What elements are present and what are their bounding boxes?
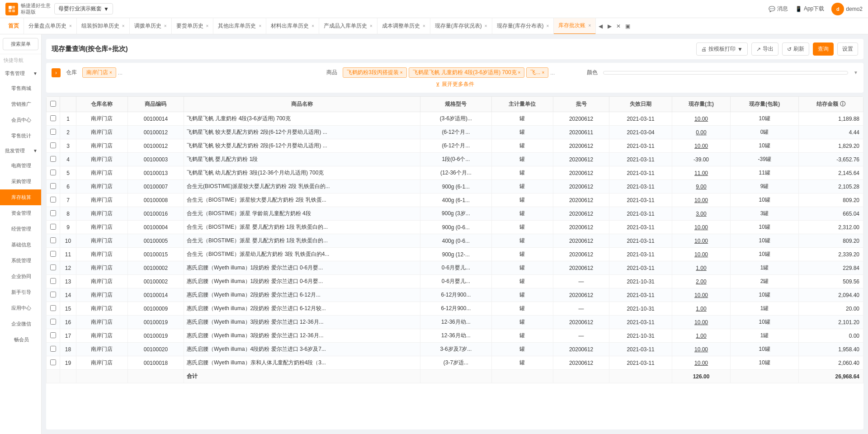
sidebar-item-qi-ye-xie-tong[interactable]: 企业协同	[0, 269, 41, 284]
sidebar-item-zi-jin[interactable]: 资金管理	[0, 205, 41, 221]
filter-expand-button[interactable]: ›	[52, 68, 61, 77]
tab-menu-button[interactable]: ▣	[623, 18, 632, 34]
tab-tiao-bo-close[interactable]: ×	[164, 24, 167, 28]
row-checkbox[interactable]	[50, 278, 56, 284]
row-checkbox[interactable]	[50, 319, 56, 325]
sidebar-item-dian-shang[interactable]: 电商管理	[0, 158, 41, 174]
warehouse-selector[interactable]: 母婴行业演示账套 ▼	[54, 3, 113, 14]
sidebar-item-ying-yong[interactable]: 应用中心	[0, 300, 41, 316]
sidebar-item-qi-ye-wei-xin[interactable]: 企业微信	[0, 316, 41, 332]
user-profile[interactable]: d demo2	[831, 3, 863, 15]
cell-qty-main[interactable]: 9.00	[672, 180, 731, 193]
cell-qty-main[interactable]: 10.00	[672, 139, 731, 153]
tab-close-all-button[interactable]: ✕	[614, 18, 623, 34]
cell-qty-main[interactable]: 1.00	[672, 302, 731, 316]
sidebar-item-xi-tong[interactable]: 系统管理	[0, 253, 41, 269]
row-checkbox[interactable]	[50, 183, 56, 189]
row-checkbox[interactable]	[50, 170, 56, 175]
tab-cheng-ben-close[interactable]: ×	[423, 24, 425, 28]
cell-qty-main[interactable]: 10.00	[672, 221, 731, 234]
tab-qi-ta[interactable]: 其他出库单历史 ×	[213, 18, 266, 34]
cell-qty-main[interactable]: 1.00	[672, 329, 731, 343]
tab-yao-huo-close[interactable]: ×	[206, 24, 209, 28]
tab-tiao-bo[interactable]: 调拨单历史 ×	[130, 18, 172, 34]
cell-qty-main[interactable]: 11.00	[672, 166, 731, 180]
expand-more-button[interactable]: ⊻ 展开更多条件	[52, 80, 858, 88]
cell-qty-main[interactable]: 1.00	[672, 261, 731, 275]
color-input[interactable]	[603, 71, 848, 75]
row-checkbox[interactable]	[50, 305, 56, 311]
search-menu-button[interactable]: 搜索菜单	[3, 38, 38, 50]
row-checkbox[interactable]	[50, 292, 56, 297]
messages-button[interactable]: 💬 消息	[769, 5, 788, 13]
sidebar-item-jing-ying[interactable]: 经营管理	[0, 221, 41, 237]
cell-qty-main[interactable]: 10.00	[672, 356, 731, 370]
export-button[interactable]: ↗ 导出	[751, 42, 778, 56]
tab-xian-cun-ku[interactable]: 现存量(库存状况表) ×	[430, 18, 492, 34]
tab-chan-cheng[interactable]: 产成品入库单历史 ×	[319, 18, 377, 34]
refresh-button[interactable]: ↺ 刷新	[782, 42, 809, 56]
row-checkbox[interactable]	[50, 264, 56, 270]
cell-qty-main[interactable]: 10.00	[672, 316, 731, 329]
sidebar-item-ji-chu[interactable]: 基础信息	[0, 237, 41, 253]
row-checkbox[interactable]	[50, 251, 56, 257]
sidebar-item-xin-shou[interactable]: 新手引导	[0, 284, 41, 300]
query-button[interactable]: 查询	[813, 42, 834, 56]
tab-next-button[interactable]: ▶	[605, 18, 614, 34]
tab-zu-chai-close[interactable]: ×	[122, 24, 125, 28]
cell-qty-main[interactable]: 10.00	[672, 234, 731, 248]
product-tag-3-close[interactable]: ×	[542, 70, 544, 75]
row-checkbox[interactable]	[50, 156, 56, 162]
sidebar-item-ling-shou-guan-li[interactable]: 零售管理 ▼	[0, 66, 41, 80]
cell-qty-main[interactable]: 3.00	[672, 207, 731, 221]
sidebar-item-ling-shou-shang-cheng[interactable]: 零售商城	[0, 80, 41, 96]
sidebar-item-chang-hui-yuan[interactable]: 畅会员	[0, 332, 41, 348]
row-checkbox[interactable]	[50, 129, 56, 135]
product-tag-2-close[interactable]: ×	[518, 70, 521, 75]
tab-zu-chai[interactable]: 组装拆卸单历史 ×	[77, 18, 130, 34]
product-tag-1-close[interactable]: ×	[400, 70, 403, 75]
row-checkbox[interactable]	[50, 237, 56, 243]
sidebar-item-ku-cun[interactable]: 库存核算	[0, 189, 41, 205]
tab-cheng-ben[interactable]: 成本调整单历史 ×	[377, 18, 430, 34]
cell-qty-main[interactable]: -39.00	[672, 153, 731, 166]
tab-fen-pan[interactable]: 分量盘点单历史 ×	[24, 18, 77, 34]
row-checkbox[interactable]	[50, 332, 56, 338]
tab-cai-liao-close[interactable]: ×	[311, 24, 314, 28]
tab-qi-ta-close[interactable]: ×	[259, 24, 261, 28]
sidebar-item-cai-gou[interactable]: 采购管理	[0, 174, 41, 189]
print-button[interactable]: 🖨 按模板打印 ▼	[696, 42, 748, 56]
warehouse-more-dots[interactable]: ...	[118, 70, 123, 76]
tab-yao-huo[interactable]: 要货单历史 ×	[172, 18, 214, 34]
cell-qty-main[interactable]: 10.00	[672, 248, 731, 261]
product-more-dots[interactable]: ...	[550, 70, 555, 76]
tab-cai-liao[interactable]: 材料出库单历史 ×	[266, 18, 319, 34]
tab-fen-pan-close[interactable]: ×	[69, 24, 72, 28]
cell-qty-main[interactable]: 2.00	[672, 275, 731, 288]
sidebar-item-ling-shou-tong-ji[interactable]: 零售统计	[0, 128, 41, 144]
cell-qty-main[interactable]: 0.00	[672, 126, 731, 139]
tab-pi-ci[interactable]: 库存批次账 ×	[554, 18, 596, 34]
tab-home[interactable]: 首页	[4, 18, 24, 34]
row-checkbox[interactable]	[50, 359, 56, 365]
tab-xian-cun-fen[interactable]: 现存量(库存分布表) ×	[492, 18, 554, 34]
warehouse-tag-close[interactable]: ×	[109, 70, 112, 75]
row-checkbox[interactable]	[50, 115, 56, 121]
app-download-button[interactable]: 📱 App下载	[795, 5, 824, 13]
tab-prev-button[interactable]: ◀	[596, 18, 605, 34]
tab-xian-cun-ku-close[interactable]: ×	[485, 24, 487, 28]
cell-qty-main[interactable]: 10.00	[672, 288, 731, 302]
sidebar-item-hui-yuan[interactable]: 会员中心	[0, 112, 41, 128]
tab-chan-cheng-close[interactable]: ×	[370, 24, 373, 28]
cell-qty-main[interactable]: 10.00	[672, 343, 731, 356]
select-all-checkbox[interactable]	[50, 101, 56, 107]
row-checkbox[interactable]	[50, 210, 56, 216]
row-checkbox[interactable]	[50, 142, 56, 148]
row-checkbox[interactable]	[50, 346, 56, 352]
cell-qty-main[interactable]: 10.00	[672, 112, 731, 126]
sidebar-item-ying-xiao[interactable]: 营销推广	[0, 96, 41, 112]
tab-xian-cun-fen-close[interactable]: ×	[547, 24, 549, 28]
sidebar-item-pi-fa[interactable]: 批发管理 ▼	[0, 144, 41, 158]
row-checkbox[interactable]	[50, 197, 56, 203]
settings-button[interactable]: 设置	[837, 42, 858, 56]
